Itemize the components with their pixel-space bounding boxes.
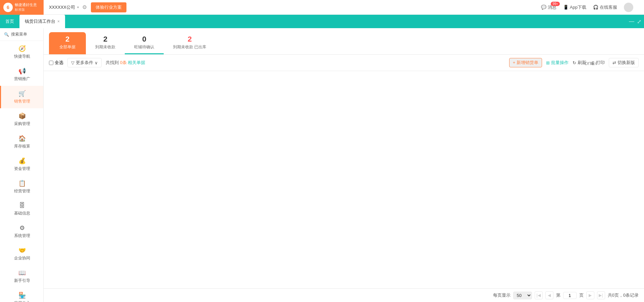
sidebar-item-quick-nav[interactable]: 🧭 快捷导航 — [0, 41, 43, 63]
page-prev-button[interactable]: ◀ — [545, 291, 553, 299]
add-sales-order-button[interactable]: + 新增销货单 — [509, 58, 542, 67]
switch-label: 切换新版 — [618, 60, 635, 66]
sidebar-item-guide[interactable]: 📖 新手引导 — [0, 265, 43, 288]
select-all-checkbox[interactable]: 全选 — [49, 60, 63, 66]
pagination: 每页显示 50 20 100 |◀ ◀ 第 页 ▶ ▶| 共0页，0条记录 — [44, 288, 644, 302]
stat-label-overdue: 到期未收款 — [95, 44, 115, 50]
app-center-icon: 🏪 — [18, 292, 26, 299]
top-bar: 6 畅捷通好生意 标准版 XXXXXX公司 ▾ ⚙ 体验行业方案 💬 消息 99… — [0, 0, 644, 15]
sidebar-item-inventory[interactable]: 🏠 库存核算 — [0, 131, 43, 153]
sidebar-item-system[interactable]: ⚙ 系统管理 — [0, 220, 43, 243]
select-all-input[interactable] — [49, 61, 53, 65]
toolbar: 全选 ▽ 更多条件 ∨ 共找到 0条 相关单据 + 新增销货单 ⊞ 批量操作 ↻ — [44, 55, 644, 71]
switch-new-version-button[interactable]: ⇄ 切换新版 — [609, 58, 639, 67]
sidebar-item-finance[interactable]: 💰 资金管理 — [0, 153, 43, 176]
app-download-button[interactable]: 📱 App下载 — [563, 4, 586, 10]
sidebar-item-label: 应用中心 — [14, 300, 30, 302]
page-number-input[interactable] — [563, 292, 577, 299]
stat-tab-all[interactable]: 2 全部单据 — [49, 32, 86, 54]
tab-home[interactable]: 首页 — [0, 15, 19, 28]
guide-icon: 📖 — [18, 269, 26, 277]
batch-label: 批量操作 — [551, 60, 569, 66]
tab-workbench-label: 钱货日清工作台 — [25, 18, 55, 24]
trial-button[interactable]: 体验行业方案 — [91, 2, 126, 12]
select-all-label: 全选 — [55, 60, 63, 66]
per-page-select[interactable]: 50 20 100 — [513, 292, 532, 299]
online-service-button[interactable]: 🎧 在线客服 — [593, 4, 617, 10]
sidebar-item-operations[interactable]: 📋 经营管理 — [0, 176, 43, 198]
logo-area: 6 畅捷通好生意 标准版 — [0, 0, 44, 15]
settings-icon[interactable]: ⚙ — [82, 4, 87, 10]
base-info-icon: 🗄 — [19, 202, 25, 209]
tab-home-label: 首页 — [5, 18, 14, 24]
sidebar-item-app-center[interactable]: 🏪 应用中心 — [0, 288, 43, 302]
sidebar-item-label: 经营管理 — [14, 188, 30, 194]
service-icon: 🎧 — [593, 5, 598, 10]
inventory-icon: 🏠 — [18, 135, 26, 142]
tab-close-icon[interactable]: × — [57, 19, 60, 24]
total-label: 共0页，0条记录 — [608, 292, 639, 298]
window-maximize-button[interactable]: ⤢ — [637, 18, 641, 25]
quick-nav-icon: 🧭 — [18, 45, 26, 52]
sidebar: 🔍 搜索菜单 🧭 快捷导航 📢 营销推广 🛒 销售管理 📦 采购管理 🏠 库存核… — [0, 28, 44, 302]
app-download-label: App下载 — [570, 4, 586, 10]
sidebar-item-sales[interactable]: 🛒 销售管理 — [0, 86, 43, 108]
found-link[interactable]: 相关单据 — [128, 60, 145, 65]
avatar[interactable] — [624, 3, 633, 12]
tab-bar: 首页 钱货日清工作台 × — ⤢ — [0, 15, 644, 28]
sidebar-item-label: 快捷导航 — [14, 54, 30, 59]
purchase-icon: 📦 — [18, 112, 26, 120]
switch-icon: ⇄ — [612, 60, 616, 65]
sidebar-item-purchase[interactable]: 📦 采购管理 — [0, 108, 43, 131]
main-layout: 🔍 搜索菜单 🧭 快捷导航 📢 营销推广 🛒 销售管理 📦 采购管理 🏠 库存核… — [0, 28, 644, 302]
often-label: OfTEn — [584, 61, 597, 66]
stat-num-overdue: 2 — [103, 35, 107, 44]
top-right-area: 💬 消息 99+ 📱 App下载 🎧 在线客服 — [541, 3, 640, 12]
sidebar-item-label: 企业协同 — [14, 255, 30, 261]
stats-tabs: 2 全部单据 2 到期未收款 0 旺辅待确认 2 到期未收款 已出库 — [44, 28, 644, 55]
page-first-button[interactable]: |◀ — [535, 291, 543, 299]
page-label: 第 — [556, 292, 560, 298]
chevron-down-icon: ▾ — [77, 5, 79, 9]
logo-sub: 标准版 — [15, 7, 37, 12]
refresh-icon: ↻ — [573, 60, 576, 65]
batch-operation-button[interactable]: ⊞ 批量操作 — [546, 60, 569, 66]
stat-tab-pending[interactable]: 0 旺辅待确认 — [125, 32, 164, 54]
stat-tab-overdue[interactable]: 2 到期未收款 — [86, 32, 125, 54]
marketing-icon: 📢 — [18, 67, 26, 75]
per-page-label: 每页显示 — [493, 292, 511, 298]
company-selector[interactable]: XXXXXX公司 ▾ — [49, 4, 79, 10]
sidebar-item-label: 销售管理 — [14, 99, 30, 104]
filter-button[interactable]: ▽ 更多条件 ∨ — [67, 58, 102, 67]
print-label: 打印 — [596, 60, 605, 66]
stat-label-pending: 旺辅待确认 — [134, 44, 154, 50]
found-text: 共找到 0条 相关单据 — [106, 60, 145, 66]
message-badge: 99+ — [551, 2, 559, 6]
tab-workbench[interactable]: 钱货日清工作台 × — [19, 15, 65, 28]
finance-icon: 💰 — [18, 157, 26, 165]
download-icon: 📱 — [563, 5, 569, 10]
sidebar-item-label: 资金管理 — [14, 166, 30, 172]
sidebar-item-label: 系统管理 — [14, 233, 30, 239]
system-icon: ⚙ — [19, 224, 25, 232]
sidebar-search-label: 搜索菜单 — [11, 32, 27, 37]
stat-num-pending: 0 — [142, 35, 146, 44]
toolbar-right: + 新增销货单 ⊞ 批量操作 ↻ 刷新 🖨 打印 ⇄ 切换新版 — [509, 58, 639, 67]
page-next-button[interactable]: ▶ — [586, 291, 594, 299]
content-area: 2 全部单据 2 到期未收款 0 旺辅待确认 2 到期未收款 已出库 全选 — [44, 28, 644, 302]
logo-title: 畅捷通好生意 — [15, 2, 37, 7]
message-button[interactable]: 💬 消息 99+ — [541, 4, 556, 10]
sidebar-search[interactable]: 🔍 搜索菜单 — [0, 28, 43, 41]
message-icon: 💬 — [541, 5, 546, 10]
window-minimize-button[interactable]: — — [629, 18, 634, 25]
page-last-button[interactable]: ▶| — [597, 291, 605, 299]
filter-label: 更多条件 — [76, 60, 93, 66]
sidebar-item-enterprise[interactable]: 🤝 企业协同 — [0, 243, 43, 265]
sidebar-item-marketing[interactable]: 📢 营销推广 — [0, 63, 43, 86]
sidebar-item-label: 营销推广 — [14, 76, 30, 82]
stat-num-all: 2 — [65, 35, 69, 44]
sidebar-item-base-info[interactable]: 🗄 基础信息 — [0, 198, 43, 220]
page-suffix: 页 — [579, 292, 584, 298]
stat-tab-shipped[interactable]: 2 到期未收款 已出库 — [164, 32, 216, 54]
stat-num-shipped: 2 — [188, 35, 192, 44]
